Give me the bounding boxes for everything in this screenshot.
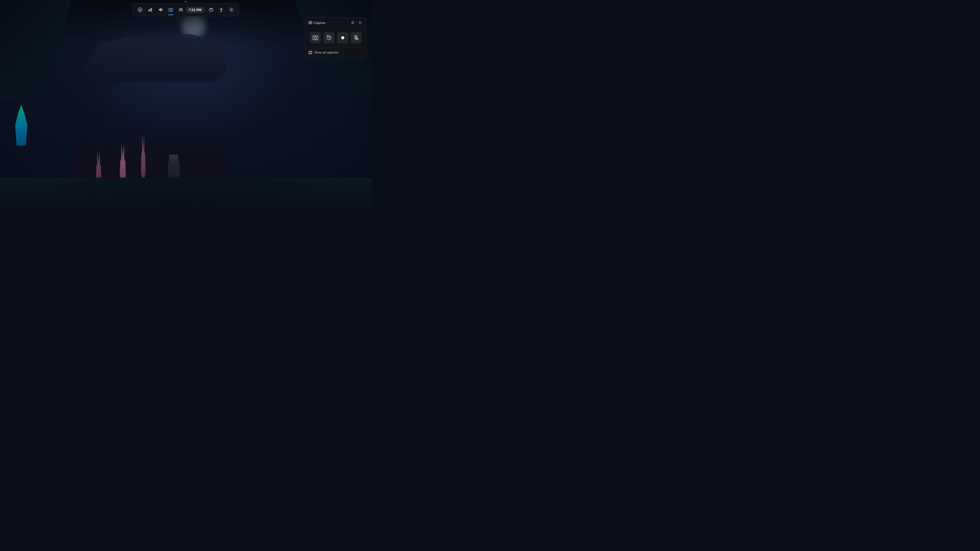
settings-icon — [229, 7, 234, 12]
svg-rect-30 — [310, 53, 312, 54]
screenshot-button[interactable] — [310, 32, 321, 43]
clock-arrow-icon — [326, 35, 332, 41]
forest-left — [0, 0, 72, 102]
microphone-button[interactable] — [351, 32, 362, 43]
svg-rect-28 — [310, 51, 312, 52]
svg-rect-8 — [170, 8, 172, 9]
svg-rect-11 — [209, 9, 213, 11]
activity-button[interactable] — [145, 5, 155, 14]
svg-point-15 — [310, 22, 311, 24]
capture-panel-icon — [309, 21, 312, 24]
pin-button[interactable] — [350, 20, 356, 26]
show-all-captures-label: Show all captures — [314, 51, 339, 54]
social-button[interactable] — [176, 5, 186, 14]
top-bar-wrapper: ⊞ — [132, 0, 239, 16]
show-all-captures-button[interactable]: Show all captures — [309, 50, 339, 56]
svg-point-10 — [181, 8, 183, 10]
mic-off-icon — [353, 35, 359, 41]
crystal-plants — [7, 105, 38, 146]
svg-rect-4 — [151, 8, 152, 11]
record-button[interactable] — [337, 32, 348, 43]
top-bar: ⊞ — [132, 3, 239, 16]
capture-header-actions — [350, 20, 363, 26]
svg-rect-29 — [309, 53, 310, 54]
remote-play-button[interactable] — [206, 5, 216, 14]
capture-buttons-row — [305, 28, 366, 48]
svg-point-20 — [314, 37, 317, 39]
xbox-icon: ⊞ — [138, 7, 142, 12]
close-icon — [359, 21, 362, 24]
xbox-button[interactable]: ⊞ — [135, 5, 145, 14]
pin-icon — [352, 21, 355, 24]
svg-marker-5 — [159, 8, 161, 11]
time-display[interactable]: 7:21 PM — [186, 7, 204, 13]
recent-captures-button[interactable] — [323, 32, 334, 43]
svg-rect-16 — [310, 21, 311, 22]
capture-footer: Show all captures — [305, 48, 366, 58]
svg-point-9 — [180, 8, 181, 10]
social-icon — [179, 7, 183, 12]
record-dot-indicator — [341, 36, 344, 39]
screenshot-icon — [313, 35, 318, 41]
volume-button[interactable] — [156, 5, 165, 14]
svg-rect-2 — [148, 10, 149, 11]
svg-point-12 — [221, 8, 222, 9]
accessibility-button[interactable] — [216, 5, 226, 14]
svg-rect-3 — [150, 9, 151, 11]
settings-button[interactable] — [227, 5, 236, 14]
close-button[interactable] — [357, 20, 363, 26]
svg-point-7 — [170, 9, 172, 11]
capture-nav-button[interactable] — [166, 5, 176, 14]
svg-rect-21 — [314, 36, 316, 37]
svg-rect-27 — [309, 51, 310, 52]
scroll-indicator — [182, 0, 189, 3]
svg-point-13 — [231, 9, 232, 11]
capture-header: Capture — [305, 17, 366, 28]
svg-text:⊞: ⊞ — [139, 9, 141, 11]
activity-icon — [148, 7, 153, 12]
accessibility-icon — [219, 7, 224, 12]
svg-rect-14 — [309, 22, 312, 24]
capture-panel-title: Capture — [313, 21, 325, 25]
capture-icon — [169, 7, 173, 12]
ground — [0, 178, 372, 208]
gallery-icon — [309, 51, 312, 54]
capture-panel: Capture — [305, 17, 366, 58]
svg-rect-6 — [169, 8, 173, 11]
remote-icon — [209, 7, 213, 12]
capture-title-group: Capture — [309, 21, 325, 25]
volume-icon — [158, 7, 163, 12]
